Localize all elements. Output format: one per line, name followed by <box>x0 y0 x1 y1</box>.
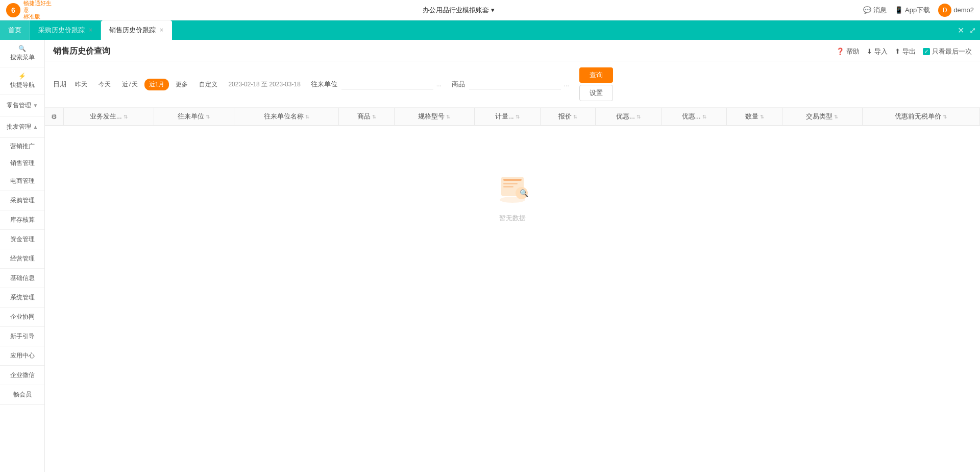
topbar-right: 💬 消息 📱 App下载 D demo2 <box>863 4 974 17</box>
th-partner-name[interactable]: 往来单位名称 ⇅ <box>234 108 339 126</box>
sidebar-item-system[interactable]: 系统管理 <box>0 288 44 308</box>
close-tab-action[interactable]: ✕ <box>958 26 964 35</box>
th-settings[interactable]: ⚙ <box>45 108 63 126</box>
sidebar-item-quicknav[interactable]: ⚡ 快捷导航 <box>0 67 44 95</box>
sidebar-item-ecommerce[interactable]: 电商管理 <box>0 172 44 191</box>
chevron-down-icon: ▼ <box>33 103 38 108</box>
sort-icon: ⇅ <box>760 114 764 120</box>
help-icon: ❓ <box>836 48 844 55</box>
content-area: 销售历史价查询 ❓ 帮助 ⬇ 导入 ⬆ 导出 只看最后一次 <box>45 40 980 472</box>
page-header-actions: ❓ 帮助 ⬇ 导入 ⬆ 导出 只看最后一次 <box>836 47 972 56</box>
sidebar-item-basic[interactable]: 基础信息 <box>0 269 44 288</box>
avatar: D <box>938 4 951 17</box>
message-button[interactable]: 💬 消息 <box>863 6 887 15</box>
partner-label: 往来单位 <box>311 80 337 89</box>
partner-input[interactable] <box>341 79 433 89</box>
th-product[interactable]: 商品 ⇅ <box>339 108 394 126</box>
sidebar-item-wholesale[interactable]: 批发管理 ▲ <box>0 116 44 138</box>
th-partner-code[interactable]: 往来单位 ⇅ <box>154 108 234 126</box>
empty-state: 🔍 暂无数据 <box>45 126 980 264</box>
only-last-checkbox[interactable]: 只看最后一次 <box>923 47 972 56</box>
app-selector[interactable]: 办公用品行业模拟账套 ▾ <box>423 6 495 15</box>
sidebar-item-sales-mgmt[interactable]: 销售管理 <box>0 155 44 172</box>
settings-icon: ⚙ <box>51 113 57 121</box>
close-purchase-tab[interactable]: × <box>89 27 92 34</box>
date-btn-7days[interactable]: 近7天 <box>117 79 142 90</box>
date-range-text: 2023-02-18 至 2023-03-18 <box>228 80 300 89</box>
th-quantity[interactable]: 数量 ⇅ <box>727 108 782 126</box>
close-sales-tab[interactable]: × <box>160 27 163 34</box>
date-buttons: 昨天 今天 近7天 近1月 更多 自定义 <box>70 79 222 90</box>
date-btn-custom[interactable]: 自定义 <box>194 79 222 90</box>
th-pretax-price[interactable]: 优惠前无税单价 ⇅ <box>862 108 979 126</box>
import-icon: ⬇ <box>867 48 872 55</box>
sort-icon: ⇅ <box>372 114 376 120</box>
topbar: 6 畅捷通好生意 标准版 办公用品行业模拟账套 ▾ 💬 消息 📱 App下载 D… <box>0 0 980 20</box>
th-trade-type[interactable]: 交易类型 ⇅ <box>782 108 862 126</box>
sidebar-item-inventory[interactable]: 库存核算 <box>0 210 44 230</box>
tabbar-actions: ✕ ⤢ <box>953 20 980 40</box>
empty-icon: 🔍 <box>492 167 533 207</box>
date-btn-more[interactable]: 更多 <box>171 79 192 90</box>
sidebar-item-guide[interactable]: 新手引导 <box>0 327 44 346</box>
sort-icon: ⇅ <box>943 114 947 120</box>
page-header: 销售历史价查询 ❓ 帮助 ⬇ 导入 ⬆ 导出 只看最后一次 <box>45 40 980 61</box>
svg-text:🔍: 🔍 <box>520 189 529 198</box>
th-discount2[interactable]: 优惠... ⇅ <box>661 108 727 126</box>
tabbar: 首页 采购历史价跟踪 × 销售历史价跟踪 × ✕ ⤢ <box>0 20 980 40</box>
checkbox-icon <box>923 48 930 55</box>
sidebar-item-operations[interactable]: 经营管理 <box>0 249 44 269</box>
sidebar-item-marketing[interactable]: 营销推广 <box>0 138 44 155</box>
download-icon: 📱 <box>895 6 903 14</box>
th-discount1[interactable]: 优惠... ⇅ <box>596 108 662 126</box>
quicknav-icon: ⚡ <box>18 73 26 80</box>
sidebar-item-search[interactable]: 🔍 搜索菜单 <box>0 40 44 67</box>
date-btn-1month[interactable]: 近1月 <box>144 79 169 90</box>
svg-rect-3 <box>503 183 518 184</box>
settings-button[interactable]: 设置 <box>579 85 613 101</box>
sort-icon: ⇅ <box>573 114 577 120</box>
th-unit[interactable]: 计量... ⇅ <box>474 108 540 126</box>
search-icon: 🔍 <box>18 45 26 52</box>
table-container: ⚙ 业务发生... ⇅ 往来单位 ⇅ <box>45 108 980 472</box>
partner-filter-group: 往来单位 ... <box>311 79 442 89</box>
fullscreen-action[interactable]: ⤢ <box>969 26 976 35</box>
product-label: 商品 <box>452 80 465 89</box>
chevron-up-icon: ▲ <box>33 124 38 130</box>
topbar-center: 办公用品行业模拟账套 ▾ <box>423 6 495 15</box>
date-filter-group: 日期 昨天 今天 近7天 近1月 更多 自定义 2023-02-18 至 202… <box>53 79 301 90</box>
sidebar-item-finance[interactable]: 资金管理 <box>0 230 44 249</box>
user-menu[interactable]: D demo2 <box>938 4 974 17</box>
export-button[interactable]: ⬆ 导出 <box>895 47 916 56</box>
help-button[interactable]: ❓ 帮助 <box>836 47 860 56</box>
table-header-row: ⚙ 业务发生... ⇅ 往来单位 ⇅ <box>45 108 980 126</box>
th-price[interactable]: 报价 ⇅ <box>540 108 595 126</box>
product-input[interactable] <box>469 79 561 89</box>
sidebar-item-purchase[interactable]: 采购管理 <box>0 191 44 210</box>
filter-actions: 查询 设置 <box>579 67 613 101</box>
th-biz-date[interactable]: 业务发生... ⇅ <box>63 108 154 126</box>
chevron-down-icon: ▾ <box>491 6 495 14</box>
import-button[interactable]: ⬇ 导入 <box>867 47 888 56</box>
page-title: 销售历史价查询 <box>53 46 110 57</box>
logo-icon: 6 <box>6 3 20 17</box>
sort-icon: ⇅ <box>206 114 210 120</box>
product-dots: ... <box>564 81 569 88</box>
logo-area: 6 畅捷通好生意 标准版 <box>6 0 54 20</box>
sidebar-item-retail[interactable]: 零售管理 ▼ <box>0 95 44 116</box>
sidebar-item-appstore[interactable]: 应用中心 <box>0 346 44 366</box>
product-filter-group: 商品 ... <box>452 79 569 89</box>
query-button[interactable]: 查询 <box>579 67 613 83</box>
sidebar-item-wechat[interactable]: 企业微信 <box>0 366 44 385</box>
data-table: ⚙ 业务发生... ⇅ 往来单位 ⇅ <box>45 108 980 126</box>
sidebar-item-member[interactable]: 畅会员 <box>0 385 44 405</box>
app-download-button[interactable]: 📱 App下载 <box>895 6 930 15</box>
sidebar-item-enterprise[interactable]: 企业协同 <box>0 308 44 327</box>
tab-home[interactable]: 首页 <box>0 20 30 40</box>
tab-sales[interactable]: 销售历史价跟踪 × <box>101 20 172 40</box>
th-spec[interactable]: 规格型号 ⇅ <box>394 108 474 126</box>
tab-purchase[interactable]: 采购历史价跟踪 × <box>30 20 101 40</box>
partner-input-group: ... <box>341 79 442 89</box>
date-btn-yesterday[interactable]: 昨天 <box>70 79 92 90</box>
date-btn-today[interactable]: 今天 <box>94 79 115 90</box>
